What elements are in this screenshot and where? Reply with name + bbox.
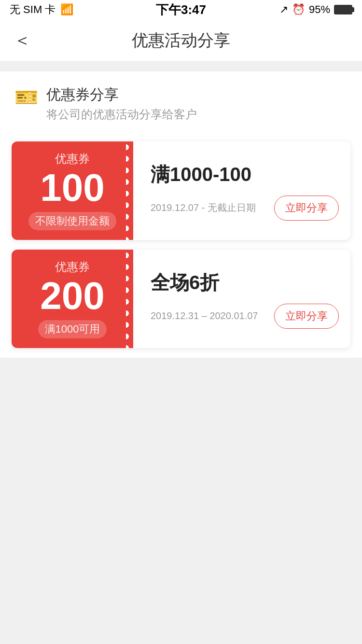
coupon-right-1: 全场6折 2019.12.31 – 2020.01.07 立即分享 <box>133 250 350 348</box>
coupon-condition-1: 满1000可用 <box>38 320 107 338</box>
coupon-amount-1: 200 <box>40 277 104 315</box>
top-divider <box>0 62 362 71</box>
coupon-label-1: 优惠券 <box>55 259 90 275</box>
section-header: 🎫 优惠券分享 将公司的优惠活动分享给客户 <box>0 71 362 132</box>
share-button-0[interactable]: 立即分享 <box>274 196 339 221</box>
coupon-name-1: 全场6折 <box>151 269 339 296</box>
location-icon: ↗ <box>279 3 288 16</box>
coupon-name-0: 满1000-100 <box>151 161 339 188</box>
battery-icon <box>334 5 352 14</box>
share-button-1[interactable]: 立即分享 <box>274 304 339 329</box>
coupon-label-0: 优惠券 <box>55 151 90 167</box>
status-left: 无 SIM 卡 📶 <box>10 2 73 17</box>
page-title: 优惠活动分享 <box>132 29 230 52</box>
coupon-card: 优惠券 100 不限制使用金额 满1000-100 2019.12.07 - 无… <box>12 141 350 240</box>
carrier-text: 无 SIM 卡 <box>10 2 56 17</box>
coupon-date-1: 2019.12.31 – 2020.01.07 <box>151 310 258 322</box>
coupon-list: 优惠券 100 不限制使用金额 满1000-100 2019.12.07 - 无… <box>0 132 362 358</box>
status-right: ↗ ⏰ 95% <box>279 3 352 16</box>
nav-bar: ＜ 优惠活动分享 <box>0 19 362 62</box>
section-title: 优惠券分享 <box>46 85 197 104</box>
status-bar: 无 SIM 卡 📶 下午3:47 ↗ ⏰ 95% <box>0 0 362 19</box>
coupon-meta-row-1: 2019.12.31 – 2020.01.07 立即分享 <box>151 304 339 329</box>
alarm-icon: ⏰ <box>292 3 305 16</box>
coupon-left-0: 优惠券 100 不限制使用金额 <box>12 141 133 240</box>
coupon-meta-row-0: 2019.12.07 - 无截止日期 立即分享 <box>151 196 339 221</box>
coupon-right-0: 满1000-100 2019.12.07 - 无截止日期 立即分享 <box>133 141 350 240</box>
status-time: 下午3:47 <box>156 1 206 18</box>
wifi-icon: 📶 <box>60 3 73 16</box>
coupon-left-1: 优惠券 200 满1000可用 <box>12 250 133 348</box>
coupon-date-0: 2019.12.07 - 无截止日期 <box>151 201 256 214</box>
back-button[interactable]: ＜ <box>14 28 31 52</box>
battery-text: 95% <box>309 3 330 16</box>
section-subtitle: 将公司的优惠活动分享给客户 <box>46 107 197 122</box>
coupon-condition-0: 不限制使用金额 <box>28 212 116 230</box>
coupon-share-icon: 🎫 <box>14 86 39 109</box>
coupon-amount-0: 100 <box>40 168 104 207</box>
coupon-card: 优惠券 200 满1000可用 全场6折 2019.12.31 – 2020.0… <box>12 250 350 348</box>
background-fill <box>0 358 362 599</box>
section-text: 优惠券分享 将公司的优惠活动分享给客户 <box>46 85 197 122</box>
